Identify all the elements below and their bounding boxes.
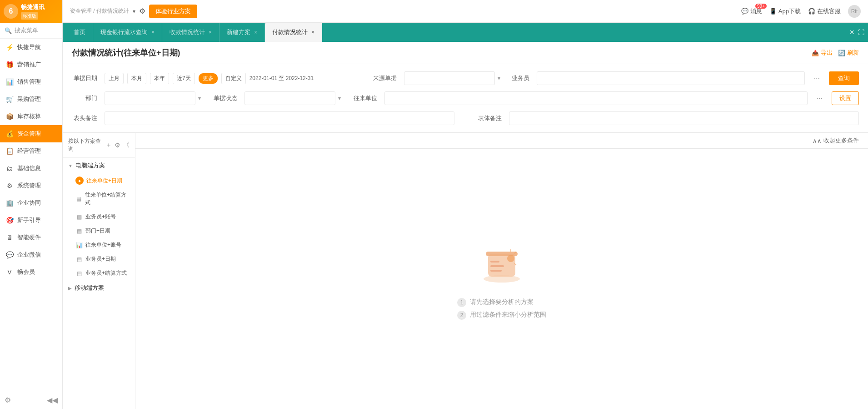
date-btn-custom[interactable]: 自定义 (221, 73, 246, 84)
scheme-table-icon2: ▤ (75, 213, 83, 221)
date-range-text: 2022-01-01 至 2022-12-31 (249, 75, 314, 82)
purchase-icon: 🛒 (5, 95, 14, 103)
filter-row-1: 单据日期 上月 本月 本年 近7天 更多 自定义 2022-01-01 至 20… (72, 71, 859, 85)
tab-bank-flow-close[interactable]: × (151, 29, 155, 35)
date-btn-last-month[interactable]: 上月 (105, 73, 124, 84)
sidebar-item-system[interactable]: ⚙ 系统管理 (0, 177, 62, 194)
messages-action[interactable]: 💬 消息 99+ (741, 7, 762, 15)
date-btn-this-year[interactable]: 本年 (150, 73, 169, 84)
sidebar-item-label: 智能硬件 (17, 233, 41, 242)
settings-btn[interactable]: 设置 (832, 91, 859, 105)
doc-status-select[interactable] (244, 91, 335, 105)
scheme-item-salesman-date[interactable]: ▤ 业务员+日期 (63, 252, 135, 266)
sidebar-item-member[interactable]: V 畅会员 (0, 263, 62, 281)
scheme-item-counterparty-settlement[interactable]: ▤ 往来单位+结算方式 (63, 188, 135, 210)
sidebar-item-label: 系统管理 (17, 182, 41, 190)
scheme-panel-title: 按以下方案查询 (68, 137, 105, 153)
table-head-note-input[interactable] (105, 111, 454, 125)
trial-btn[interactable]: 体验行业方案 (149, 5, 197, 18)
settings-footer-icon[interactable]: ⚙ (5, 396, 11, 404)
table-body-note-input[interactable] (509, 111, 859, 125)
finance-icon: 💰 (5, 130, 14, 138)
scheme-item-salesman-account[interactable]: ▤ 业务员+账号 (63, 210, 135, 224)
collapse-scheme-icon[interactable]: 《 (123, 141, 130, 149)
counterparty-label: 往来单位 (352, 94, 377, 102)
tab-home[interactable]: 首页 (66, 23, 93, 42)
sidebar-item-inventory[interactable]: 📦 库存核算 (0, 108, 62, 125)
scheme-chart-icon: 📊 (75, 242, 83, 249)
sidebar-item-hardware[interactable]: 🖥 智能硬件 (0, 229, 62, 246)
settings-gear-icon[interactable]: ⚙ (139, 7, 145, 15)
close-all-tabs-icon[interactable]: × (849, 28, 854, 37)
online-service-action[interactable]: 🎧 在线客服 (808, 7, 841, 15)
tab-bank-flow[interactable]: 现金银行流水查询 × (93, 23, 162, 42)
empty-tip-1: 1 请先选择要分析的方案 (457, 298, 546, 307)
sidebar-item-quick-nav[interactable]: ⚡ 快捷导航 (0, 39, 62, 56)
tip-text-1: 请先选择要分析的方案 (470, 298, 534, 306)
salesman-ellipsis[interactable]: ··· (812, 74, 822, 82)
collapse-conditions-btn[interactable]: ∧∧ 收起更多条件 (813, 136, 859, 145)
sidebar-item-basic[interactable]: 🗂 基础信息 (0, 160, 62, 177)
sidebar-item-enterprise[interactable]: 🏢 企业协同 (0, 194, 62, 212)
expand-icon[interactable]: ⛶ (858, 29, 864, 36)
sidebar-item-guide[interactable]: 🎯 新手引导 (0, 212, 62, 229)
sidebar-item-purchase[interactable]: 🛒 采购管理 (0, 91, 62, 108)
query-btn[interactable]: 查询 (829, 71, 859, 85)
tab-receipt-stat[interactable]: 收款情况统计 × (162, 23, 219, 42)
settings-scheme-icon[interactable]: ⚙ (115, 141, 120, 149)
tab-payment-stat-close[interactable]: × (311, 29, 314, 35)
export-btn[interactable]: 📤 导出 (812, 49, 833, 57)
sidebar-item-marketing[interactable]: 🎁 营销推广 (0, 56, 62, 73)
mobile-group-arrow: ▶ (68, 286, 72, 291)
refresh-btn[interactable]: 🔄 刷新 (838, 49, 859, 57)
scheme-panel: 按以下方案查询 ＋ ⚙ 《 ▼ 电脑端方案 ● 往来单位+日期 ▤ (63, 133, 135, 409)
source-select[interactable] (404, 71, 495, 85)
scheme-item-label: 往来单位+结算方式 (85, 191, 130, 207)
source-select-wrapper (404, 71, 504, 85)
user-avatar[interactable]: Rit (848, 5, 861, 18)
tab-new-scheme[interactable]: 新建方案 × (219, 23, 265, 42)
scheme-item-salesman-settlement[interactable]: ▤ 业务员+结算方式 (63, 266, 135, 280)
scheme-item-label: 业务员+账号 (85, 213, 116, 221)
date-btn-this-month[interactable]: 本月 (127, 73, 146, 84)
sidebar-search[interactable]: 🔍 搜索菜单 (0, 23, 62, 39)
tab-receipt-stat-close[interactable]: × (209, 29, 212, 35)
scheme-item-dept-date[interactable]: ▤ 部门+日期 (63, 224, 135, 238)
operation-icon: 📋 (5, 147, 14, 155)
tab-payment-stat-label: 付款情况统计 (272, 28, 308, 36)
tip-num-1: 1 (457, 298, 466, 307)
dept-select[interactable] (105, 91, 195, 105)
collapse-sidebar-icon[interactable]: ◀◀ (47, 396, 58, 404)
app-download-label: App下载 (778, 7, 801, 15)
sidebar-item-sales[interactable]: 📊 销售管理 (0, 73, 62, 91)
empty-state-icon (474, 238, 529, 293)
salesman-input[interactable] (537, 71, 804, 85)
tab-payment-stat[interactable]: 付款情况统计 × (265, 23, 322, 42)
app-download-action[interactable]: 📱 App下载 (769, 7, 801, 15)
sidebar-item-finance[interactable]: 💰 资金管理 (0, 125, 62, 142)
date-btn-7days[interactable]: 近7天 (173, 73, 195, 84)
collapse-btn-label: 收起更多条件 (823, 136, 859, 145)
filter-date-content: 上月 本月 本年 近7天 更多 自定义 2022-01-01 至 2022-12… (105, 73, 364, 84)
counterparty-ellipsis[interactable]: ··· (815, 94, 824, 102)
filter-row-3: 表头备注 表体备注 (72, 111, 859, 125)
scheme-item-counterparty-account[interactable]: 📊 往来单位+账号 (63, 238, 135, 252)
counterparty-input[interactable] (384, 91, 808, 105)
scheme-table-icon: ▤ (75, 195, 82, 202)
pc-group-arrow: ▼ (68, 163, 73, 168)
add-scheme-icon[interactable]: ＋ (105, 141, 112, 149)
tab-receipt-stat-label: 收款情况统计 (170, 28, 205, 36)
tab-bar: 首页 现金银行流水查询 × 收款情况统计 × 新建方案 × 付款情况统计 × ×… (63, 23, 868, 42)
svg-rect-4 (490, 265, 504, 267)
sidebar-item-operation[interactable]: 📋 经营管理 (0, 142, 62, 160)
guide-icon: 🎯 (5, 216, 14, 224)
refresh-icon: 🔄 (838, 50, 845, 56)
sidebar-item-wechat[interactable]: 💬 企业微信 (0, 246, 62, 263)
tab-new-scheme-close[interactable]: × (254, 29, 257, 35)
header-dropdown-icon[interactable]: ▾ (133, 8, 135, 15)
scheme-group-mobile-header[interactable]: ▶ 移动端方案 (63, 280, 135, 296)
scheme-group-pc-header[interactable]: ▼ 电脑端方案 (63, 158, 135, 173)
dept-select-wrapper (105, 91, 205, 105)
scheme-item-counterparty-date[interactable]: ● 往来单位+日期 (63, 173, 135, 188)
date-btn-more[interactable]: 更多 (199, 73, 218, 84)
